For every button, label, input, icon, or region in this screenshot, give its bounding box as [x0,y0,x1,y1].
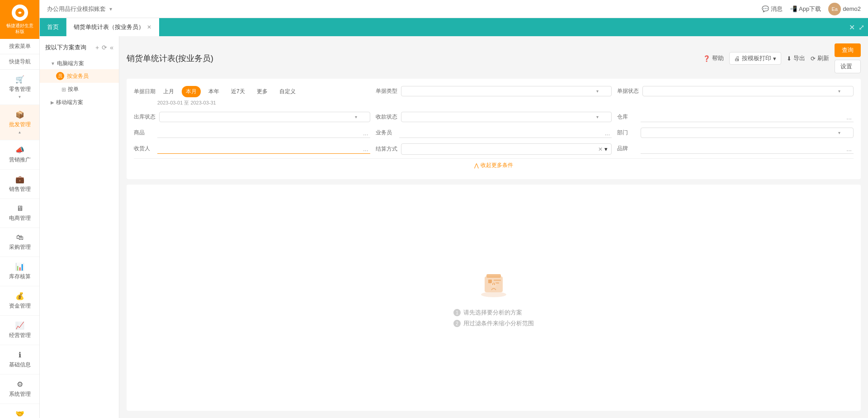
hint-2-text: 用过滤条件来缩小分析范围 [463,319,534,328]
left-panel-title: 按以下方案查询 [45,43,86,52]
logo[interactable]: 畅捷通好生意 标版 [0,0,39,39]
add-scheme-button[interactable]: + [95,44,99,51]
app-download-button[interactable]: 📲 App下载 [790,5,821,13]
scheme-mobile-title[interactable]: ▶ 移动端方案 [40,96,119,108]
warehouse-dots-button[interactable]: ... [846,114,852,121]
message-button[interactable]: 💬 消息 [762,5,783,13]
page-actions: ❓ 帮助 🖨 按模板打印 ▾ ⬇ 导出 ⟳ 刷新 [703,43,861,73]
sidebar-item-ecommerce-label: 电商管理 [9,214,31,222]
sidebar-item-retail[interactable]: 🛒 零售管理 ▼ [0,70,39,105]
tabbar-actions: ✕ ⤢ [849,23,868,32]
print-icon: 🖨 [734,55,740,62]
marketing-icon: 📣 [15,146,24,154]
consignee-input[interactable] [157,143,370,154]
settle-label: 结算方式 [376,145,397,153]
date-btn-7days[interactable]: 近7天 [227,86,249,97]
goods-input[interactable] [157,128,370,138]
basic-icon: ℹ [19,351,21,359]
receipt-status-dropdown[interactable]: ▾ [401,112,612,122]
date-btn-more[interactable]: 更多 [253,86,272,97]
doc-status-dropdown[interactable]: ▾ [642,86,854,96]
sidebar-item-enterprise[interactable]: 🤝 企业协同 [0,404,39,418]
scheme-sub-item-order[interactable]: ⊞ 按单 [40,83,119,96]
sales-icon: 💼 [15,175,24,184]
dept-dropdown[interactable]: ▾ [641,128,854,138]
date-btn-this-year[interactable]: 本年 [204,86,223,97]
tab-report-close[interactable]: ✕ [147,24,151,30]
sidebar-item-purchase[interactable]: 🛍 采购管理 [0,228,39,257]
query-button[interactable]: 查询 [835,43,861,57]
filter-settle: 结算方式 ✕ ▾ [376,143,612,155]
brand-input[interactable] [641,143,854,154]
date-label: 单据日期 [134,88,156,95]
filter-doc-status: 单据状态 ▾ [617,86,854,96]
settle-arrow: ▾ [604,146,608,152]
scheme-item-salesperson[interactable]: 员 按业务员 [40,69,119,83]
filter-row-1: 单据日期 上月 本月 本年 近7天 更多 自定义 单据类型 [134,86,854,97]
wholesale-arrow: ▲ [18,130,22,134]
out-status-dropdown[interactable]: ▾ [159,112,370,122]
doc-type-dropdown[interactable]: ▾ [401,86,612,96]
sidebar-item-operation[interactable]: 📈 经营管理 [0,316,39,345]
date-btn-last-month[interactable]: 上月 [159,86,178,97]
filter-goods: 商品 ... [134,128,370,138]
sidebar-item-finance[interactable]: 💰 资金管理 [0,286,39,316]
tab-close-all-button[interactable]: ✕ [849,23,855,32]
date-btn-this-month[interactable]: 本月 [182,86,201,97]
shortcut-nav[interactable]: 快捷导航 [0,54,39,70]
filter-warehouse: 仓库 ... [617,112,854,122]
tab-report[interactable]: 销货单统计表（按业务员） ✕ [66,18,159,36]
salesperson-label: 业务员 [376,129,396,137]
consignee-dots-button[interactable]: ... [363,145,368,152]
dept-arrow: ▾ [838,130,840,135]
sidebar-item-sales[interactable]: 💼 销售管理 [0,170,39,199]
export-label: 导出 [793,54,805,62]
user-name: demo2 [843,5,861,12]
topbar-dropdown-icon[interactable]: ▾ [109,6,112,12]
empty-hints: 1 请先选择要分析的方案 2 用过滤条件来缩小分析范围 [453,309,534,330]
refresh-button[interactable]: ⟳ 刷新 [811,54,829,62]
filter-salesperson: 业务员 ... [376,128,612,138]
tab-home[interactable]: 首页 [40,18,66,36]
filter-doc-type: 单据类型 ▾ [376,86,612,96]
salesperson-dots-button[interactable]: ... [605,129,610,137]
collapse-scheme-button[interactable]: « [110,44,113,51]
sidebar-item-system[interactable]: ⚙ 系统管理 [0,375,39,404]
sidebar: 畅捷通好生意 标版 搜索菜单 快捷导航 🛒 零售管理 ▼ 📦 批发管理 ▲ 📣 … [0,0,40,418]
settings-button[interactable]: 设置 [835,60,861,73]
export-button[interactable]: ⬇ 导出 [787,54,805,62]
hint-1-num: 1 [453,309,461,316]
sub-item-icon: ⊞ [61,86,66,93]
sidebar-item-ecommerce[interactable]: 🖥 电商管理 [0,199,39,228]
svg-point-1 [481,292,506,297]
svg-rect-4 [488,280,492,283]
settle-clear-button[interactable]: ✕ [598,146,603,152]
sidebar-item-basic[interactable]: ℹ 基础信息 [0,345,39,375]
date-btn-custom[interactable]: 自定义 [275,86,300,97]
sidebar-item-marketing[interactable]: 📣 营销推广 [0,140,39,170]
user-menu[interactable]: Ea demo2 [828,3,861,15]
pc-arrow-icon: ▼ [51,61,55,66]
search-menu[interactable]: 搜索菜单 [0,39,39,54]
goods-dots-button[interactable]: ... [363,129,368,137]
doc-status-arrow: ▾ [838,89,840,94]
empty-icon [476,265,512,301]
salesperson-input[interactable] [399,128,612,138]
warehouse-input[interactable] [641,112,854,122]
template-print-button[interactable]: 🖨 按模板打印 ▾ [729,52,781,65]
topbar-left: 办公用品行业模拟账套 ▾ [47,5,112,13]
purchase-icon: 🛍 [16,233,24,242]
collapse-conditions-button[interactable]: ⋀ 收起更多条件 [134,158,854,172]
sidebar-item-wholesale[interactable]: 📦 批发管理 ▲ [0,105,39,140]
inventory-icon: 📊 [15,262,24,271]
filter-brand: 品牌 ... [617,143,854,154]
scheme-pc-title[interactable]: ▼ 电脑端方案 [40,57,119,69]
settle-dropdown[interactable]: ✕ ▾ [401,143,612,155]
refresh-scheme-button[interactable]: ⟳ [102,44,107,51]
sidebar-item-inventory[interactable]: 📊 库存核算 [0,257,39,286]
brand-dots-button[interactable]: ... [846,145,852,152]
help-button[interactable]: ❓ 帮助 [703,54,724,62]
collapse-label: 收起更多条件 [481,162,513,169]
user-avatar: Ea [828,3,841,15]
tab-expand-button[interactable]: ⤢ [859,23,864,32]
